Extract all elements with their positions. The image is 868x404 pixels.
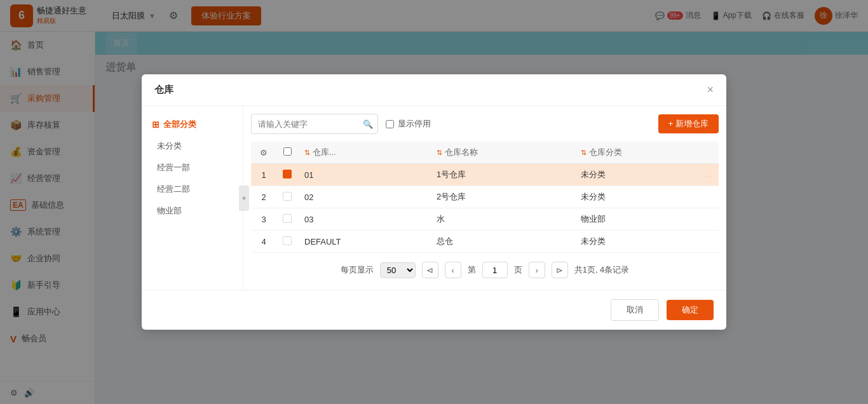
- row-name-4: 总仓: [430, 231, 574, 253]
- row-checkbox-4[interactable]: [276, 231, 298, 253]
- page-size-select[interactable]: 50 20 100: [380, 262, 416, 278]
- col-settings: ⚙: [251, 142, 276, 164]
- warehouse-table: ⚙ ⇅ 仓库... ⇅ 仓库名称: [251, 142, 719, 253]
- category-panel: ⊞ 全部分类 未分类 经营一部 经营二部 物业部 «: [142, 106, 243, 290]
- modal-close-button[interactable]: ×: [707, 83, 714, 97]
- row-action-1[interactable]: ...: [705, 169, 712, 178]
- pagination: 每页显示 50 20 100 ⊲ ‹ 第 页 › ⊳ 共1页, 4条记录: [251, 253, 719, 282]
- page-number-input[interactable]: [482, 262, 508, 278]
- row-category-2: 未分类: [574, 186, 719, 208]
- table-row[interactable]: 4 DEFAULT 总仓 未分类: [251, 231, 719, 253]
- row-category-4: 未分类: [574, 231, 719, 253]
- last-page-btn[interactable]: ⊳: [552, 262, 568, 278]
- row-settings-3: 3: [251, 208, 276, 231]
- confirm-button[interactable]: 确定: [667, 300, 714, 320]
- cancel-button[interactable]: 取消: [611, 299, 659, 321]
- search-input-wrap: 🔍: [251, 114, 378, 134]
- checkbox-3[interactable]: [283, 214, 292, 223]
- modal-footer: 取消 确定: [142, 290, 726, 330]
- select-all-checkbox[interactable]: [283, 147, 292, 156]
- col-checkbox: [276, 142, 298, 164]
- row-checkbox-3[interactable]: [276, 208, 298, 231]
- category-item-property[interactable]: 物业部: [142, 200, 243, 222]
- sort-icon-name: ⇅: [437, 149, 442, 156]
- show-disabled-checkbox[interactable]: 显示停用: [386, 118, 431, 130]
- checkbox-2[interactable]: [283, 192, 292, 201]
- warehouse-table-container: ⚙ ⇅ 仓库... ⇅ 仓库名称: [251, 142, 719, 253]
- modal-title: 仓库: [154, 84, 173, 96]
- table-body: 1 01 1号仓库 未分类 ...: [251, 164, 719, 253]
- row-settings-2: 2: [251, 186, 276, 208]
- warehouse-modal: 仓库 × ⊞ 全部分类 未分类 经营一部 经营二部: [142, 74, 726, 330]
- all-categories-btn[interactable]: ⊞ 全部分类: [142, 114, 243, 135]
- row-settings-4: 4: [251, 231, 276, 253]
- category-item-ops1[interactable]: 经营一部: [142, 157, 243, 178]
- search-icon[interactable]: 🔍: [363, 119, 373, 129]
- col-category: ⇅ 仓库分类: [574, 142, 719, 164]
- row-code-4: DEFAULT: [298, 231, 430, 253]
- category-item-uncategorized[interactable]: 未分类: [142, 135, 243, 157]
- first-page-btn[interactable]: ⊲: [422, 262, 438, 278]
- table-row[interactable]: 2 02 2号仓库 未分类: [251, 186, 719, 208]
- row-checkbox-1[interactable]: [276, 164, 298, 186]
- modal-body: ⊞ 全部分类 未分类 经营一部 经营二部 物业部 «: [142, 106, 726, 290]
- row-code-2: 02: [298, 186, 430, 208]
- show-disabled-input[interactable]: [386, 120, 394, 128]
- right-panel: 🔍 显示停用 + 新增仓库 ⚙: [243, 106, 726, 290]
- next-page-btn[interactable]: ›: [529, 262, 545, 278]
- grid-icon: ⊞: [152, 119, 159, 130]
- modal-overlay: 仓库 × ⊞ 全部分类 未分类 经营一部 经营二部: [0, 0, 868, 404]
- row-checkbox-2[interactable]: [276, 186, 298, 208]
- row-category-1: 未分类 ...: [574, 164, 719, 186]
- collapse-panel-btn[interactable]: «: [239, 185, 249, 211]
- table-header: ⚙ ⇅ 仓库... ⇅ 仓库名称: [251, 142, 719, 164]
- sort-icon-cat: ⇅: [581, 149, 587, 156]
- row-code-1: 01: [298, 164, 430, 186]
- row-name-1: 1号仓库: [430, 164, 574, 186]
- table-row[interactable]: 3 03 水 物业部: [251, 208, 719, 231]
- search-input[interactable]: [251, 114, 378, 134]
- row-settings-1: 1: [251, 164, 276, 186]
- checkbox-4[interactable]: [283, 236, 292, 245]
- row-name-3: 水: [430, 208, 574, 231]
- category-item-ops2[interactable]: 经营二部: [142, 178, 243, 200]
- table-row[interactable]: 1 01 1号仓库 未分类 ...: [251, 164, 719, 186]
- col-name: ⇅ 仓库名称: [430, 142, 574, 164]
- search-bar: 🔍 显示停用 + 新增仓库: [251, 114, 719, 134]
- sort-icon: ⇅: [304, 149, 310, 156]
- row-code-3: 03: [298, 208, 430, 231]
- row-name-2: 2号仓库: [430, 186, 574, 208]
- add-warehouse-button[interactable]: + 新增仓库: [658, 114, 719, 133]
- prev-page-btn[interactable]: ‹: [445, 262, 461, 278]
- row-category-3: 物业部: [574, 208, 719, 231]
- modal-header: 仓库 ×: [142, 74, 726, 106]
- checkbox-1[interactable]: [283, 170, 292, 178]
- col-code: ⇅ 仓库...: [298, 142, 430, 164]
